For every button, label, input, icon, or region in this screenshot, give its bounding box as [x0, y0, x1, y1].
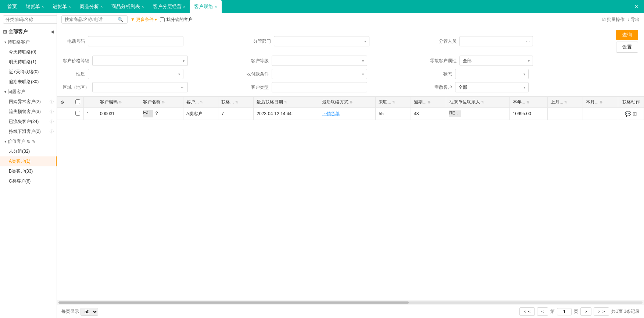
sidebar-item-class-b[interactable]: B类客户(33) — [0, 166, 57, 176]
my-customer-checkbox[interactable]: 我分管的客户 — [160, 17, 193, 23]
sidebar-item-7days[interactable]: 近7天待联络(0) — [0, 67, 57, 77]
sidebar-item-abnormal-repurchase[interactable]: 回购异常客户(2) ⓘ — [0, 97, 57, 107]
sidebar-item-churned[interactable]: 已流失客户(24) ⓘ — [0, 117, 57, 127]
sidebar-search-input[interactable] — [3, 15, 57, 24]
filter-phone-label: 电话号码 — [63, 38, 85, 45]
nav-sales[interactable]: 销货单 × — [21, 0, 48, 13]
problem-customers-group[interactable]: ▾ 问题客户 — [0, 87, 57, 97]
select-all-checkbox[interactable] — [75, 99, 80, 104]
page-first-btn[interactable]: ＜＜ — [519, 307, 535, 316]
th-contact-count[interactable]: 联络... ⇅ — [218, 97, 254, 108]
info-icon-3: ⓘ — [50, 119, 54, 124]
dots-icon[interactable]: ··· — [526, 39, 530, 44]
query-button[interactable]: 查询 — [616, 30, 638, 40]
filter-retail-attr-select[interactable]: 全部 ▾ — [459, 56, 533, 66]
sidebar-item-churn-warning[interactable]: 流失预警客户(3) ⓘ — [0, 107, 57, 117]
th-customer-type-label: 客户... — [186, 99, 199, 105]
settings-icon[interactable]: ⚙ — [60, 100, 64, 105]
filter-dept-label: 分管部门 — [249, 38, 271, 45]
filter-retail-select[interactable]: 全部 ▾ — [455, 82, 529, 92]
qr-icon[interactable]: ⊞ — [633, 111, 637, 117]
filter-customer-type: 客户类型 — [247, 82, 422, 92]
value-customers-group[interactable]: ▾ 价值客户 ↻ ✎ — [0, 137, 57, 146]
horizontal-scrollbar[interactable] — [57, 300, 644, 305]
setting-button[interactable]: 设置 — [616, 42, 638, 53]
pending-contact-group[interactable]: ▾ 待联络客户 — [0, 37, 57, 47]
sidebar-item-class-a[interactable]: A类客户(1) — [0, 156, 57, 166]
sort-icon-9: ⇅ — [481, 100, 484, 104]
nav-customer-tier[interactable]: 客户分层经营 × — [149, 0, 190, 13]
page-prev-btn[interactable]: ＜ — [537, 307, 548, 316]
nav-purchase[interactable]: 进货单 × — [48, 0, 75, 13]
refresh-icon[interactable]: ↻ — [27, 139, 31, 144]
edit-icon[interactable]: ✎ — [32, 139, 36, 144]
sidebar-item-today[interactable]: 今天待联络(0) — [0, 47, 57, 57]
all-customers-header[interactable]: ⊞ 全部客户 ◀ — [0, 26, 57, 37]
filter-nature-select[interactable]: ▾ — [88, 69, 183, 79]
export-btn[interactable]: ↓ 导出 — [627, 17, 640, 23]
th-this-year-label: 本年... — [513, 99, 525, 105]
collapse-icon[interactable]: ◀ — [51, 29, 54, 34]
th-this-year[interactable]: 本年... ⇅ — [509, 97, 548, 108]
th-no-contact[interactable]: 未联... ⇅ — [376, 97, 411, 108]
nav-customer-tier-close[interactable]: × — [183, 4, 185, 9]
batch-op-btn[interactable]: ☑ 批量操作 — [602, 17, 625, 23]
filter-dept-select[interactable]: ▾ — [274, 36, 369, 46]
sidebar-item-declining[interactable]: 持续下滑客户(2) ⓘ — [0, 127, 57, 137]
th-checkbox[interactable] — [72, 97, 84, 108]
sidebar-item-ungrouped[interactable]: 未分组(32) — [0, 146, 57, 156]
td-last-contact-method[interactable]: 下销货单 — [319, 108, 375, 120]
nav-product-analysis[interactable]: 商品分析 × — [75, 0, 107, 13]
nav-purchase-close[interactable]: × — [68, 4, 71, 9]
nav-home[interactable]: 首页 — [3, 0, 21, 13]
th-customer-name[interactable]: 客户名称 ⇅ — [140, 97, 183, 108]
th-customer-type[interactable]: 客户... ⇅ — [183, 97, 218, 108]
toolbar-search-icon[interactable]: 🔍 — [118, 17, 123, 22]
th-company-contact-label: 往来单位联系人 — [449, 99, 480, 105]
filter-manager-select[interactable]: ··· — [459, 36, 533, 46]
sidebar-item-class-c[interactable]: C类客户(6) — [0, 176, 57, 186]
th-settings[interactable]: ⚙ — [57, 97, 72, 108]
nav-product-analysis-close[interactable]: × — [100, 4, 103, 9]
th-last-month[interactable]: 上月... ⇅ — [548, 97, 583, 108]
nav-customer-contact[interactable]: 客户联络 × — [190, 0, 221, 13]
row-checkbox[interactable] — [75, 111, 80, 116]
th-overdue[interactable]: 逾期... ⇅ — [411, 97, 446, 108]
sidebar-item-tomorrow[interactable]: 明天待联络(1) — [0, 57, 57, 67]
th-last-contact-date[interactable]: 最后联络日期 ⇅ — [254, 97, 319, 108]
filter-btn[interactable]: ▼ 更多条件 ▾ — [130, 17, 157, 23]
nav-close-all[interactable]: × — [632, 2, 641, 11]
th-last-contact-date-label: 最后联络日期 — [257, 99, 283, 105]
th-last-contact-method[interactable]: 最后联络方式 ⇅ — [319, 97, 375, 108]
toolbar-search-input[interactable] — [65, 17, 116, 22]
sort-icon-3: ⇅ — [200, 100, 203, 104]
td-checkbox[interactable] — [72, 108, 84, 120]
sidebar-item-overdue[interactable]: 逾期未联络(30) — [0, 77, 57, 87]
message-icon[interactable]: 💬 — [625, 111, 631, 117]
filter-status-select[interactable]: ▾ — [455, 69, 529, 79]
scrollbar-thumb[interactable] — [58, 301, 409, 304]
nav-sales-close[interactable]: × — [42, 4, 44, 9]
filter-phone-input[interactable] — [88, 36, 183, 46]
th-this-month[interactable]: 本月... ⇅ — [583, 97, 618, 108]
filter-price-level-select[interactable]: ▾ — [92, 56, 188, 66]
grid-icon: ⊞ — [3, 29, 7, 35]
filter-customer-type-select[interactable] — [272, 82, 367, 92]
filter-payment-select[interactable]: ▾ — [272, 69, 367, 79]
filter-price-level: 客户价格等级 ▾ — [63, 56, 238, 66]
page-input[interactable] — [557, 308, 572, 315]
filter-region-select[interactable]: ··· — [92, 82, 188, 92]
nav-product-list-close[interactable]: × — [142, 4, 144, 9]
my-customer-check-input[interactable] — [160, 17, 165, 22]
th-customer-code[interactable]: 客户编码 ⇅ — [97, 97, 140, 108]
page-last-btn[interactable]: ＞＞ — [594, 307, 609, 316]
filter-customer-level-select[interactable]: ▾ — [272, 56, 367, 66]
per-page-select[interactable]: 50 — [80, 308, 98, 316]
td-customer-code[interactable]: 000031 — [97, 108, 140, 120]
dots-icon-2[interactable]: ··· — [181, 85, 185, 90]
nav-customer-contact-close[interactable]: × — [215, 4, 217, 9]
td-customer-name[interactable]: Ea ? — [140, 108, 183, 120]
page-next-btn[interactable]: ＞ — [580, 307, 591, 316]
th-company-contact[interactable]: 往来单位联系人 ⇅ — [446, 97, 509, 108]
nav-product-list[interactable]: 商品分析列表 × — [107, 0, 148, 13]
